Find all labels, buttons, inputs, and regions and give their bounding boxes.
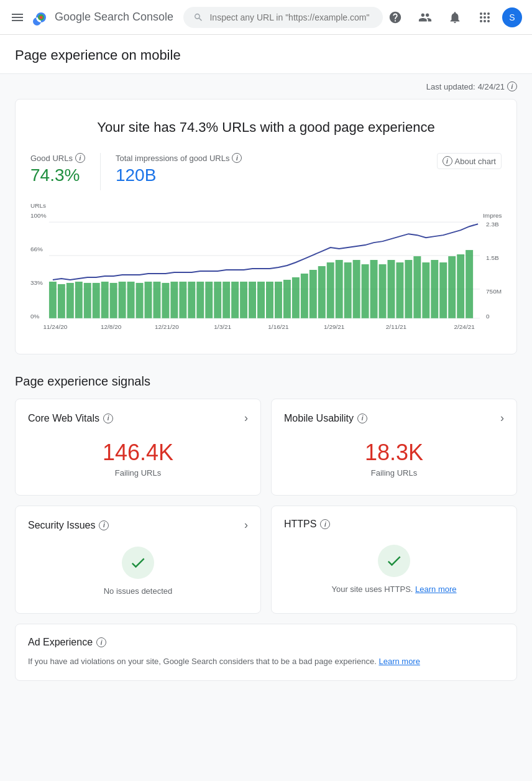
security-issues-info-icon[interactable]: i — [99, 520, 109, 530]
good-urls-label: Good URLs i — [30, 153, 85, 163]
impressions-info-icon[interactable]: i — [232, 153, 242, 163]
menu-icon[interactable] — [10, 10, 25, 25]
good-urls-value: 74.3% — [30, 165, 85, 185]
https-check-icon — [385, 552, 403, 570]
good-urls-stat: Good URLs i 74.3% — [30, 153, 85, 185]
svg-text:2/11/21: 2/11/21 — [386, 323, 407, 330]
chart-container: URLs 100% 66% 33% 0% Impressions 2.3B 1.… — [30, 200, 502, 339]
svg-rect-58 — [422, 262, 429, 318]
chart-svg: URLs 100% 66% 33% 0% Impressions 2.3B 1.… — [30, 200, 502, 337]
svg-rect-15 — [49, 282, 57, 318]
https-header: HTTPS i — [284, 519, 504, 530]
security-issues-title-area: Security Issues i — [28, 520, 109, 531]
svg-text:12/21/20: 12/21/20 — [155, 323, 179, 330]
main-content: Your site has 74.3% URLs with a good pag… — [0, 99, 532, 706]
impressions-stat: Total impressions of good URLs i 120B — [116, 153, 242, 185]
svg-rect-42 — [283, 280, 291, 318]
impressions-label: Total impressions of good URLs i — [116, 153, 242, 163]
https-title: HTTPS — [284, 519, 316, 530]
svg-rect-51 — [362, 264, 369, 318]
svg-rect-55 — [396, 262, 403, 318]
page-title-bar: Page experience on mobile — [0, 35, 532, 74]
svg-rect-56 — [405, 260, 412, 318]
core-web-vitals-content: 146.4K Failing URLs — [28, 435, 248, 483]
ad-experience-learn-more-link[interactable]: Learn more — [378, 657, 420, 666]
avatar[interactable]: S — [502, 7, 522, 27]
https-content: Your site uses HTTPS. Learn more — [284, 540, 504, 599]
core-web-vitals-header: Core Web Vitals i › — [28, 412, 248, 425]
svg-text:2.3B: 2.3B — [486, 221, 499, 228]
search-bar[interactable] — [183, 7, 383, 28]
svg-rect-33 — [205, 282, 213, 318]
stat-divider — [100, 153, 101, 190]
svg-rect-36 — [231, 282, 239, 318]
https-learn-more-link[interactable]: Learn more — [415, 585, 456, 594]
svg-rect-59 — [431, 260, 438, 318]
svg-rect-19 — [84, 283, 91, 318]
apps-button[interactable] — [472, 5, 497, 30]
security-issues-check-circle — [122, 547, 154, 579]
hero-section: Your site has 74.3% URLs with a good pag… — [15, 99, 517, 354]
svg-rect-35 — [222, 282, 230, 318]
ad-experience-row: Ad Experience i If you have ad violation… — [15, 624, 517, 681]
core-web-vitals-info-icon[interactable]: i — [103, 414, 113, 423]
svg-text:URLs: URLs — [30, 202, 46, 209]
about-chart-button[interactable]: i About chart — [437, 153, 502, 169]
svg-text:750M: 750M — [486, 288, 502, 295]
impressions-value: 120B — [116, 165, 242, 185]
svg-rect-39 — [257, 282, 265, 318]
mobile-usability-content: 18.3K Failing URLs — [284, 435, 504, 483]
security-issues-chevron[interactable]: › — [244, 519, 248, 532]
security-check-icon — [129, 554, 147, 571]
svg-rect-16 — [58, 284, 65, 318]
svg-rect-30 — [179, 282, 186, 318]
core-web-vitals-chevron[interactable]: › — [244, 412, 248, 425]
mobile-usability-title: Mobile Usability — [284, 413, 354, 424]
svg-rect-49 — [344, 262, 352, 318]
https-check-circle — [378, 545, 410, 577]
svg-rect-63 — [466, 250, 473, 318]
svg-rect-60 — [439, 262, 447, 318]
mobile-usability-info-icon[interactable]: i — [357, 414, 367, 423]
mobile-usability-chevron[interactable]: › — [500, 412, 504, 425]
svg-text:Impressions: Impressions — [483, 212, 502, 219]
svg-rect-62 — [457, 254, 464, 318]
svg-rect-53 — [379, 264, 387, 318]
svg-rect-44 — [301, 274, 308, 318]
ad-experience-description: If you have ad violations on your site, … — [28, 655, 504, 668]
svg-rect-47 — [327, 262, 334, 318]
about-chart-icon: i — [443, 156, 452, 166]
svg-rect-48 — [336, 260, 343, 318]
core-web-vitals-title: Core Web Vitals — [28, 413, 99, 424]
last-updated-info-icon[interactable]: i — [507, 81, 517, 91]
security-issues-card: Security Issues i › No issues detected — [15, 506, 261, 614]
ad-experience-info-icon[interactable]: i — [96, 637, 106, 647]
app-logo-text: Google Search Console — [55, 11, 173, 24]
svg-rect-29 — [170, 282, 178, 318]
svg-rect-57 — [413, 256, 421, 318]
https-status-text: Your site uses HTTPS. Learn more — [331, 585, 456, 594]
good-urls-info-icon[interactable]: i — [75, 153, 85, 163]
app-logo: Google Search Console — [32, 9, 173, 26]
svg-text:0%: 0% — [30, 313, 40, 320]
last-updated-bar: Last updated: 4/24/21 i — [0, 74, 532, 99]
https-info-icon[interactable]: i — [320, 519, 330, 529]
security-no-issues-text: No issues detected — [104, 586, 173, 596]
help-button[interactable] — [383, 5, 408, 30]
svg-rect-22 — [110, 283, 117, 318]
svg-rect-34 — [214, 282, 221, 318]
chart-bars — [49, 250, 473, 318]
notifications-button[interactable] — [443, 5, 467, 30]
search-input[interactable] — [209, 12, 373, 22]
svg-text:1.5B: 1.5B — [486, 254, 499, 261]
svg-text:100%: 100% — [30, 212, 47, 219]
svg-rect-32 — [196, 282, 204, 318]
svg-rect-45 — [310, 270, 317, 318]
user-management-button[interactable] — [413, 5, 438, 30]
svg-rect-54 — [387, 260, 395, 318]
svg-rect-31 — [188, 282, 195, 318]
core-web-vitals-count: 146.4K — [103, 440, 173, 466]
app-header: Google Search Console S — [0, 0, 532, 35]
page-title: Page experience on mobile — [15, 47, 517, 63]
https-card: HTTPS i Your site uses HTTPS. Learn more — [271, 506, 517, 614]
